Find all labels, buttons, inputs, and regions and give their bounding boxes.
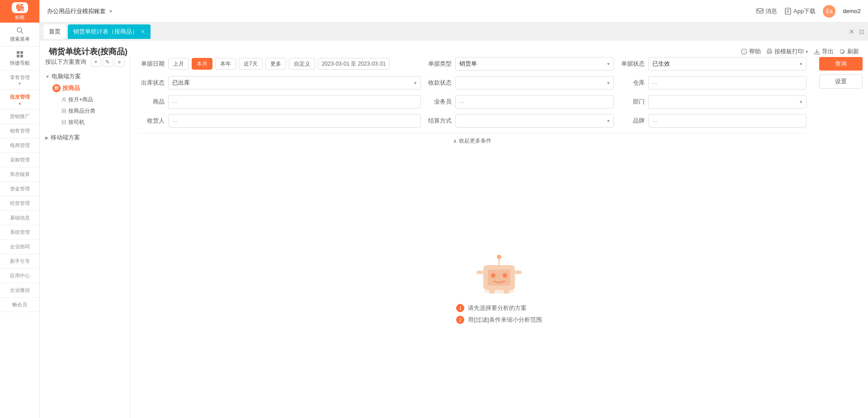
sidebar-item-ecom[interactable]: 电商管理: [0, 138, 39, 153]
topbar-right: 消息 App下载 Ea demo2: [756, 5, 861, 18]
tab-report[interactable]: 销货单统计表（按商品） ✕: [68, 24, 151, 39]
tab-home[interactable]: 首页: [43, 24, 66, 39]
this-year-btn[interactable]: 本年: [215, 58, 236, 70]
app-logo: 畅 标账: [0, 0, 39, 23]
settings-btn[interactable]: 设置: [819, 74, 863, 89]
svg-rect-26: [489, 289, 495, 294]
more-date-btn[interactable]: 更多: [265, 58, 286, 70]
sidebar-item-purchase[interactable]: 采购管理: [0, 153, 39, 167]
page-header: 销货单统计表(按商品) ? 帮助 按模板打印 ▾ 导出 刷新: [40, 41, 868, 57]
page-actions: ? 帮助 按模板打印 ▾ 导出 刷新: [741, 48, 859, 56]
tree-mobile-section[interactable]: ▶ 移动端方案: [43, 132, 126, 143]
collection-filter: 收款状态 ▾: [425, 76, 613, 90]
app-download-btn[interactable]: App下载: [784, 7, 816, 15]
tree-pc-section: ▼ 电脑端方案: [43, 71, 126, 82]
sidebar-item-system[interactable]: 系统管理: [0, 225, 39, 240]
window-maximize-btn[interactable]: ⊡: [859, 28, 864, 35]
empty-step-1: 1 请先选择要分析的方案: [456, 304, 542, 312]
doc-type-chevron: ▾: [607, 61, 610, 67]
svg-rect-6: [757, 9, 763, 13]
sidebar-item-search-menu[interactable]: 搜索菜单: [0, 23, 39, 47]
settlement-select[interactable]: ▾: [455, 114, 613, 128]
svg-rect-27: [504, 289, 509, 294]
dept-filter: 部门 ▾: [618, 95, 807, 109]
sidebar-item-basics[interactable]: 基础信息: [0, 211, 39, 225]
doc-status-select[interactable]: 已生效 ▾: [648, 57, 807, 71]
download-icon: [784, 8, 792, 15]
svg-point-19: [491, 273, 495, 278]
edit-scheme-btn[interactable]: ✎: [103, 57, 113, 67]
warehouse-filter: 出库状态 已出库 ▾: [137, 76, 421, 90]
sidebar-item-marketing[interactable]: 营销推广: [0, 109, 39, 124]
sidebar-item-app-center[interactable]: 应用中心: [0, 269, 39, 283]
sidebar-item-operations[interactable]: 经营管理: [0, 196, 39, 211]
collapse-conditions-btn[interactable]: ∧ 收起更多条件: [137, 133, 807, 148]
doc-type-select[interactable]: 销货单 ▾: [455, 57, 613, 71]
last-month-btn[interactable]: 上月: [168, 58, 189, 70]
svg-rect-4: [17, 55, 19, 57]
storage-input[interactable]: ···: [648, 76, 807, 90]
svg-line-1: [21, 32, 23, 33]
month-product-icon: 月: [61, 96, 66, 103]
filter-sidebar-header: 按以下方案查询 + ✎ «: [43, 57, 126, 67]
sidebar-item-retail[interactable]: 零售管理 ▾: [0, 71, 39, 90]
avatar[interactable]: Ea: [823, 5, 835, 18]
scheme-by-category[interactable]: 回 按商品分类: [51, 105, 126, 117]
scheme-by-product[interactable]: 按 按商品: [51, 82, 126, 94]
sidebar-item-inventory[interactable]: 库存核算: [0, 167, 39, 182]
sidebar-item-sales[interactable]: 销售管理: [0, 124, 39, 138]
window-close-btn[interactable]: ✕: [849, 28, 854, 35]
sidebar-item-newbie[interactable]: 新手引导: [0, 254, 39, 269]
sidebar-item-wholesale[interactable]: 批发管理 ▴: [0, 90, 39, 109]
print-btn[interactable]: 按模板打印 ▾: [766, 48, 808, 56]
scheme-by-cashier[interactable]: 回 按司机: [51, 117, 126, 128]
main-area: 办公用品行业模拟账套 ▾ 消息 App下载 Ea demo2 首页 销货单统计表…: [40, 0, 868, 418]
tabbar: 首页 销货单统计表（按商品） ✕ ✕ ⊡: [40, 23, 868, 41]
product-input[interactable]: ···: [168, 95, 421, 109]
svg-rect-18: [488, 270, 510, 285]
sidebar-item-finance[interactable]: 资金管理: [0, 182, 39, 196]
query-btn[interactable]: 查询: [819, 57, 863, 71]
filter-row-1: 单据日期 上月 本月 本年 近7天 更多 自定义 2023-03-01 至 20…: [137, 57, 807, 71]
step-2-num: 2: [456, 316, 464, 324]
scheme-by-month-product[interactable]: 月 按月+商品: [51, 94, 126, 105]
receiver-input[interactable]: ···: [168, 114, 421, 128]
brand-input[interactable]: ···: [648, 114, 807, 128]
sidebar-item-member[interactable]: 畅会员: [0, 298, 39, 312]
7days-btn[interactable]: 近7天: [239, 58, 263, 70]
message-btn[interactable]: 消息: [756, 7, 777, 15]
retail-arrow: ▾: [19, 81, 21, 86]
receiver-filter: 收货人 ···: [137, 114, 421, 128]
svg-point-0: [17, 28, 22, 32]
sidebar-item-corp-wechat[interactable]: 企业微信: [0, 283, 39, 298]
svg-rect-2: [17, 51, 19, 54]
sidebar-item-enterprise[interactable]: 企业协同: [0, 240, 39, 254]
staff-filter: 业务员 ···: [425, 95, 613, 109]
dept-select[interactable]: ▾: [648, 95, 807, 109]
export-btn[interactable]: 导出: [814, 48, 834, 56]
industry-dropdown-arrow[interactable]: ▾: [109, 8, 112, 14]
svg-point-20: [503, 273, 507, 278]
help-btn[interactable]: ? 帮助: [741, 48, 761, 56]
step-1-num: 1: [456, 304, 464, 312]
collection-select[interactable]: ▾: [455, 76, 613, 90]
sidebar-item-quick-nav[interactable]: 快捷导航: [0, 47, 39, 71]
add-scheme-btn[interactable]: +: [91, 57, 101, 67]
tab-close-btn[interactable]: ✕: [141, 28, 145, 35]
content-area: 销货单统计表(按商品) ? 帮助 按模板打印 ▾ 导出 刷新: [40, 41, 868, 418]
custom-date-btn[interactable]: 自定义: [289, 58, 315, 70]
filter-row-3: 商品 ··· 业务员 ···: [137, 95, 807, 109]
refresh-btn[interactable]: 刷新: [839, 48, 859, 56]
search-icon: [16, 26, 24, 34]
warehouse-select[interactable]: 已出库 ▾: [168, 76, 421, 90]
print-dropdown-arrow[interactable]: ▾: [806, 49, 808, 55]
logo-icon: 畅: [12, 2, 28, 13]
topbar-left: 办公用品行业模拟账套 ▾: [47, 7, 112, 15]
this-month-btn[interactable]: 本月: [192, 58, 212, 70]
filter-main: 单据日期 上月 本月 本年 近7天 更多 自定义 2023-03-01 至 20…: [130, 57, 868, 418]
warehouse-chevron: ▾: [414, 80, 417, 86]
staff-input[interactable]: ···: [455, 95, 613, 109]
collapse-sidebar-btn[interactable]: «: [114, 57, 124, 67]
doc-status-chevron: ▾: [800, 61, 802, 67]
date-buttons: 上月 本月 本年 近7天 更多 自定义 2023-03-01 至 2023-03…: [168, 58, 421, 70]
